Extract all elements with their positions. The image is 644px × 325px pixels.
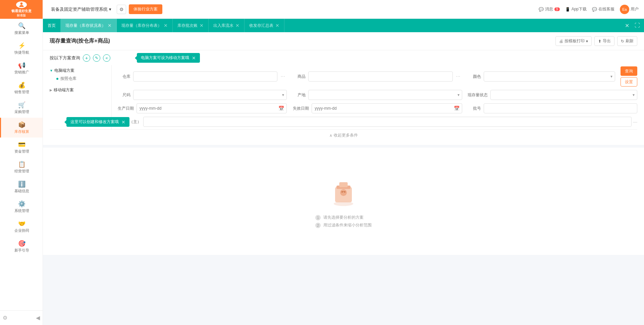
print-icon: 🖨: [559, 39, 563, 44]
product-input[interactable]: [308, 71, 452, 82]
filter-add-btn[interactable]: +: [83, 54, 90, 62]
tab-inventory-status-close[interactable]: ✕: [108, 23, 112, 28]
sidebar-label-marketing: 营销推广: [14, 70, 29, 75]
sidebar-item-system[interactable]: ⚙️ 系统管理: [0, 197, 43, 217]
sidebar-item-operation[interactable]: 📋 经营管理: [0, 157, 43, 177]
tab-home[interactable]: 首页: [43, 19, 61, 32]
node-mobile-label: 移动端方案: [54, 87, 74, 93]
origin-select[interactable]: [308, 90, 462, 100]
print-label: 按模板打印: [565, 38, 585, 44]
header-settings-btn[interactable]: ⚙: [117, 5, 126, 14]
online-service-btn[interactable]: 💬 在线客服: [592, 6, 614, 12]
svg-point-0: [20, 2, 22, 5]
scheme-child-item-warehouse[interactable]: 按照仓库: [56, 75, 107, 83]
user-menu[interactable]: Ea 用户: [620, 5, 639, 14]
tab-batch-label: 库存批次账: [177, 23, 198, 29]
filter-row-2: 尺码 ▾ 产地: [117, 90, 637, 100]
scheme-node-pc[interactable]: ▼ 电脑端方案: [50, 66, 107, 75]
color-select[interactable]: [484, 71, 615, 82]
exp-date-wrapper: 📅: [312, 103, 462, 113]
tab-summary-label: 收发存汇总表: [249, 23, 273, 29]
tab-summary[interactable]: 收发存汇总表 ✕: [245, 19, 284, 32]
tab-inventory-status[interactable]: 现存量（库存状况表） ✕: [61, 19, 117, 32]
refresh-btn[interactable]: ↻ 刷新: [617, 36, 637, 46]
tab-batch[interactable]: 库存批次账 ✕: [173, 19, 209, 32]
stock-qty-range: —: [143, 117, 637, 127]
refresh-label: 刷新: [626, 38, 634, 44]
collapse-sidebar-icon[interactable]: ◀: [35, 313, 41, 322]
size-label: 尺码: [117, 92, 130, 98]
filter-cell-size: 尺码 ▾: [117, 90, 287, 100]
logo-text: 畅通道好生意: [11, 9, 32, 13]
tab-inventory-dist-close[interactable]: ✕: [164, 23, 168, 28]
top-header: 装备及固定资产辅助管理系统 ▾ ⚙ 体验行业方案 💬 消息 9 📱 App下载 …: [43, 0, 644, 19]
collapse-label: 收起更多条件: [334, 132, 358, 138]
sidebar-item-inventory[interactable]: 📦 库存核算: [0, 118, 43, 138]
experience-btn[interactable]: 体验行业方案: [129, 4, 162, 14]
tab-inventory-dist[interactable]: 现存量（库存分布表） ✕: [117, 19, 173, 32]
app-download-btn[interactable]: 📱 App下载: [565, 6, 587, 12]
filter-back-btn[interactable]: «: [103, 54, 110, 62]
warehouse-dots[interactable]: ···: [279, 71, 287, 82]
scheme-child-pc: 按照仓库: [50, 75, 107, 83]
prod-date-input[interactable]: [137, 103, 287, 113]
print-arrow: ▾: [586, 39, 588, 44]
collapse-btn[interactable]: ∧ 收起更多条件: [329, 132, 358, 138]
sidebar-item-finance[interactable]: 💳 资金管理: [0, 138, 43, 157]
sidebar-item-guide[interactable]: 🎯 新手引导: [0, 236, 43, 256]
guide-icon: 🎯: [18, 240, 25, 247]
settings-bottom-icon[interactable]: ⚙: [1, 313, 9, 322]
empty-tip-1: 1 请先选择要分析的方案: [315, 215, 372, 220]
filter-row-4: 现存量（主） —: [117, 117, 637, 127]
tab-fullscreen[interactable]: ⛶: [633, 22, 641, 29]
search-icon: 🔍: [18, 22, 25, 30]
message-btn[interactable]: 💬 消息 9: [539, 6, 560, 12]
system-icon: ⚙️: [18, 200, 25, 208]
sidebar-item-basic[interactable]: ℹ️ 基础信息: [0, 177, 43, 197]
collab-icon: 🤝: [18, 220, 25, 227]
sidebar-item-nav[interactable]: ⚡ 快捷导航: [0, 39, 43, 58]
tab-flow[interactable]: 出入库流水 ✕: [209, 19, 245, 32]
filter-row-3: 生产日期 📅 失效日期 📅: [117, 103, 637, 113]
search-btn[interactable]: 查询: [621, 66, 637, 76]
batch-label: 批号: [468, 106, 481, 111]
export-btn[interactable]: ⬆ 导出: [594, 36, 614, 46]
exp-date-input[interactable]: [312, 103, 462, 113]
stock-qty-from[interactable]: [143, 117, 632, 127]
batch-input[interactable]: [484, 103, 637, 113]
sidebar-nav: 🔍 搜索菜单 ⚡ 快捷导航 📢 营销推广 💰 销售管理 🛒 采购管理 📦 库存核…: [0, 19, 43, 310]
filter-edit-btn[interactable]: ✎: [93, 54, 100, 62]
tooltip-pc: 电脑方案可设为移动方案哦 ✕: [137, 53, 200, 63]
tooltip-pc-close[interactable]: ✕: [192, 55, 196, 61]
node-mobile-arrow: ▶: [50, 88, 52, 92]
sidebar-item-collab[interactable]: 🤝 企业协同: [0, 217, 43, 236]
exp-date-calendar-icon: 📅: [454, 106, 460, 111]
print-btn[interactable]: 🖨 按模板打印 ▾: [555, 36, 592, 46]
sidebar-item-purchase[interactable]: 🛒 采购管理: [0, 98, 43, 118]
tab-close-all[interactable]: ✕: [624, 22, 631, 30]
user-label: 用户: [631, 6, 639, 12]
nav-icon: ⚡: [18, 42, 25, 49]
stock-status-select[interactable]: [490, 90, 637, 100]
sidebar-item-search[interactable]: 🔍 搜索菜单: [0, 19, 43, 39]
warehouse-input[interactable]: [133, 71, 277, 82]
app-selector[interactable]: 装备及固定资产辅助管理系统 ▾: [48, 5, 114, 14]
operation-icon: 📋: [18, 161, 25, 168]
sidebar-label-finance: 资金管理: [14, 149, 29, 154]
sidebar-item-sales[interactable]: 💰 销售管理: [0, 78, 43, 98]
product-dots[interactable]: ···: [454, 71, 462, 82]
message-label: 消息: [545, 6, 553, 12]
filter-cell-prod-date: 生产日期 📅: [117, 103, 287, 113]
sidebar-item-marketing[interactable]: 📢 营销推广: [0, 58, 43, 78]
tab-flow-close[interactable]: ✕: [235, 23, 239, 28]
tab-summary-close[interactable]: ✕: [275, 23, 279, 28]
size-select[interactable]: [133, 90, 287, 100]
user-avatar: Ea: [620, 5, 629, 14]
app-selector-arrow: ▾: [109, 7, 111, 12]
tooltip-create-close[interactable]: ✕: [121, 119, 125, 125]
header-left: 装备及固定资产辅助管理系统 ▾ ⚙ 体验行业方案: [48, 4, 162, 14]
tab-batch-close[interactable]: ✕: [200, 23, 204, 28]
reset-btn[interactable]: 设置: [621, 77, 637, 87]
scheme-node-mobile[interactable]: ▶ 移动端方案: [50, 86, 107, 94]
service-icon: 💬: [592, 7, 597, 12]
